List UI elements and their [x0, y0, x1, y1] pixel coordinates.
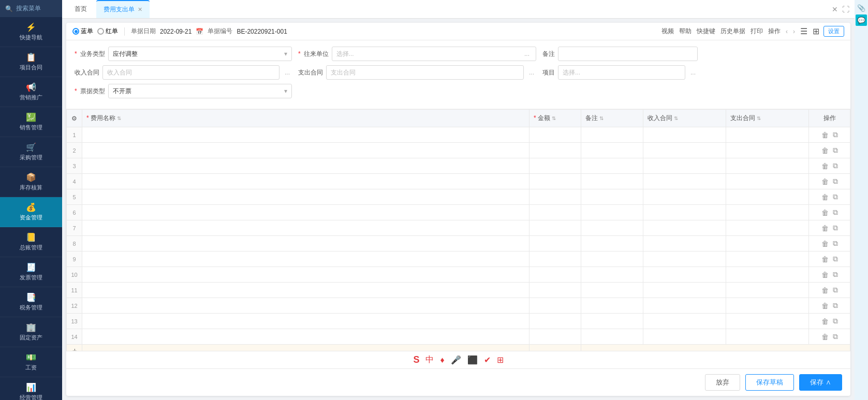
row-income-12[interactable] — [643, 298, 726, 314]
row-income-6[interactable] — [643, 205, 726, 220]
row-name-1[interactable] — [82, 127, 529, 143]
abandon-btn[interactable]: 放弃 — [705, 374, 740, 391]
shortcut-s-icon[interactable]: S — [413, 354, 419, 365]
row-remark-5[interactable] — [581, 189, 643, 205]
sidebar-item-invoice[interactable]: 🧾发票管理 — [0, 257, 62, 287]
red-bill-radio[interactable]: 红单 — [97, 27, 118, 36]
help-btn[interactable]: 帮助 — [679, 27, 692, 36]
row-expense-1[interactable] — [726, 127, 809, 143]
row-remark-3[interactable] — [581, 158, 643, 174]
row-copy-10[interactable]: ⧉ — [833, 270, 838, 279]
row-income-4[interactable] — [643, 174, 726, 189]
row-remark-13[interactable] — [581, 314, 643, 329]
row-remark-7[interactable] — [581, 220, 643, 236]
next-nav-btn[interactable]: › — [793, 28, 795, 35]
row-amount-6[interactable] — [529, 205, 581, 220]
expand-icon[interactable]: ⛶ — [842, 5, 849, 13]
row-remark-10[interactable] — [581, 267, 643, 283]
row-expense-5[interactable] — [726, 189, 809, 205]
sidebar-search[interactable]: 🔍 搜索菜单 — [0, 0, 62, 17]
row-amount-9[interactable] — [529, 251, 581, 267]
sidebar-item-fund[interactable]: 💰资金管理 — [0, 197, 62, 227]
row-copy-12[interactable]: ⧉ — [833, 301, 838, 310]
row-income-9[interactable] — [643, 251, 726, 267]
row-delete-4[interactable]: 🗑 — [821, 177, 829, 186]
income-sort-icon[interactable]: ⇅ — [674, 115, 678, 121]
row-name-9[interactable] — [82, 251, 529, 267]
row-expense-3[interactable] — [726, 158, 809, 174]
row-name-8[interactable] — [82, 236, 529, 251]
grid-view-btn[interactable]: ⊞ — [813, 26, 819, 36]
row-copy-14[interactable]: ⧉ — [833, 332, 838, 341]
row-copy-3[interactable]: ⧉ — [833, 161, 838, 170]
row-delete-9[interactable]: 🗑 — [821, 255, 829, 263]
row-name-10[interactable] — [82, 267, 529, 283]
sidebar-item-fixed-assets[interactable]: 🏢固定资产 — [0, 317, 62, 347]
shortcut-grid-icon[interactable]: ⊞ — [497, 355, 504, 365]
row-income-2[interactable] — [643, 143, 726, 158]
tab-expense[interactable]: 费用支出单✕ — [96, 0, 150, 18]
invoice-type-select[interactable]: 不开票 ▾ — [108, 84, 292, 98]
sidebar-item-ops[interactable]: 📊经营管理 — [0, 377, 62, 400]
partner-select[interactable]: 选择... ... — [332, 47, 536, 61]
prev-nav-btn[interactable]: ‹ — [786, 28, 788, 35]
row-amount-2[interactable] — [529, 143, 581, 158]
expense-sort-icon[interactable]: ⇅ — [757, 115, 761, 121]
row-name-4[interactable] — [82, 174, 529, 189]
income-contract-ellipsis[interactable]: ... — [283, 69, 292, 76]
date-value[interactable]: 2022-09-21 — [160, 28, 192, 35]
income-contract-input[interactable]: 收入合同 — [102, 65, 279, 80]
row-income-1[interactable] — [643, 127, 726, 143]
row-expense-2[interactable] — [726, 143, 809, 158]
row-delete-6[interactable]: 🗑 — [821, 209, 829, 217]
shortcut-diamond-icon[interactable]: ♦ — [440, 355, 444, 365]
row-remark-4[interactable] — [581, 174, 643, 189]
close-all-icon[interactable]: ✕ — [832, 5, 838, 13]
row-remark-8[interactable] — [581, 236, 643, 251]
sidebar-item-tax[interactable]: 📑税务管理 — [0, 287, 62, 317]
row-name-2[interactable] — [82, 143, 529, 158]
row-delete-8[interactable]: 🗑 — [821, 240, 829, 248]
project-ellipsis[interactable]: ... — [688, 69, 698, 76]
row-delete-1[interactable]: 🗑 — [821, 131, 829, 139]
row-delete-13[interactable]: 🗑 — [821, 317, 829, 325]
tab-home[interactable]: 首页 — [67, 0, 94, 18]
shortcut-check-icon[interactable]: ✔ — [484, 355, 491, 365]
number-value[interactable]: BE-20220921-001 — [237, 28, 287, 35]
remark-input[interactable] — [558, 47, 698, 61]
row-copy-1[interactable]: ⧉ — [833, 130, 838, 139]
row-expense-6[interactable] — [726, 205, 809, 220]
row-income-7[interactable] — [643, 220, 726, 236]
row-income-5[interactable] — [643, 189, 726, 205]
row-remark-11[interactable] — [581, 283, 643, 298]
row-name-11[interactable] — [82, 283, 529, 298]
blue-bill-radio[interactable]: 蓝单 — [72, 27, 93, 36]
sidebar-item-payroll[interactable]: 💵工资 — [0, 347, 62, 377]
row-expense-10[interactable] — [726, 267, 809, 283]
video-btn[interactable]: 视频 — [661, 27, 674, 36]
row-remark-6[interactable] — [581, 205, 643, 220]
row-expense-4[interactable] — [726, 174, 809, 189]
gear-col[interactable]: ⚙ — [67, 110, 82, 127]
row-income-13[interactable] — [643, 314, 726, 329]
calendar-icon[interactable]: 📅 — [196, 28, 203, 35]
project-input[interactable]: 选择... — [558, 65, 685, 80]
operate-btn[interactable]: 操作 — [768, 27, 781, 36]
row-income-14[interactable] — [643, 329, 726, 345]
sidebar-item-sales[interactable]: 💹销售管理 — [0, 107, 62, 137]
partner-ellipsis[interactable]: ... — [522, 50, 532, 57]
row-copy-13[interactable]: ⧉ — [833, 317, 838, 325]
shortcut-mic-icon[interactable]: 🎤 — [451, 355, 461, 365]
setting-btn[interactable]: 设置 — [823, 26, 844, 37]
shortcut-square-icon[interactable]: ⬛ — [467, 355, 478, 365]
row-amount-10[interactable] — [529, 267, 581, 283]
list-view-btn[interactable]: ☰ — [800, 26, 807, 36]
row-name-5[interactable] — [82, 189, 529, 205]
row-expense-13[interactable] — [726, 314, 809, 329]
row-income-11[interactable] — [643, 283, 726, 298]
row-expense-9[interactable] — [726, 251, 809, 267]
row-delete-2[interactable]: 🗑 — [821, 146, 829, 155]
row-remark-1[interactable] — [581, 127, 643, 143]
sidebar-item-inventory[interactable]: 📦库存核算 — [0, 167, 62, 197]
row-name-14[interactable] — [82, 329, 529, 345]
